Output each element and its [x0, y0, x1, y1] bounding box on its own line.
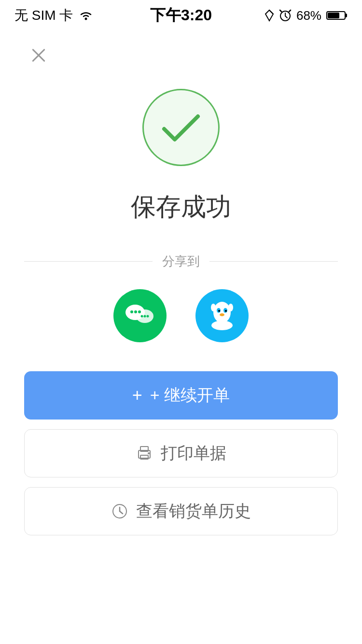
print-icon — [136, 445, 153, 462]
wechat-share-button[interactable] — [113, 289, 167, 342]
svg-point-15 — [213, 302, 231, 323]
svg-point-11 — [138, 310, 141, 313]
history-button[interactable]: 查看销货单历史 — [24, 487, 338, 535]
svg-point-21 — [220, 313, 224, 316]
svg-point-10 — [134, 310, 137, 313]
battery-icon — [326, 10, 348, 21]
share-section: 分享到 — [24, 253, 338, 342]
svg-point-23 — [228, 304, 233, 311]
continue-icon: + — [132, 385, 142, 406]
svg-rect-5 — [345, 14, 347, 17]
button-group: + + 继续开单 打印单据 查看销货单历史 — [24, 371, 338, 535]
history-label: 查看销货单历史 — [136, 500, 251, 522]
success-title: 保存成功 — [131, 190, 231, 224]
svg-point-20 — [225, 310, 227, 312]
status-time: 下午3:20 — [150, 5, 212, 26]
wifi-icon — [79, 10, 93, 21]
wechat-logo — [124, 302, 156, 330]
svg-point-0 — [85, 18, 87, 20]
qq-share-button[interactable] — [195, 289, 249, 342]
share-label: 分享到 — [162, 253, 200, 270]
status-bar: 无 SIM 卡 下午3:20 68% — [0, 0, 362, 31]
battery-text: 68% — [296, 8, 321, 23]
alarm-icon — [279, 9, 292, 22]
continue-button[interactable]: + + 继续开单 — [24, 371, 338, 420]
print-button[interactable]: 打印单据 — [24, 429, 338, 477]
main-content: 保存成功 分享到 — [0, 70, 362, 644]
qq-logo — [207, 299, 237, 333]
success-icon-circle — [142, 89, 220, 166]
svg-line-30 — [120, 511, 123, 514]
location-icon — [265, 9, 274, 22]
status-right: 68% — [265, 8, 348, 23]
svg-point-14 — [147, 315, 149, 318]
continue-label: + 继续开单 — [150, 384, 230, 406]
svg-point-12 — [141, 315, 143, 318]
svg-point-9 — [130, 310, 133, 313]
svg-rect-6 — [328, 13, 339, 18]
status-left: 无 SIM 卡 — [14, 6, 93, 25]
clock-icon — [111, 503, 128, 520]
print-label: 打印单据 — [161, 442, 226, 464]
svg-point-13 — [144, 315, 146, 318]
share-divider: 分享到 — [24, 253, 338, 270]
share-icons — [24, 289, 338, 342]
svg-line-3 — [285, 16, 287, 18]
close-button[interactable] — [24, 41, 53, 70]
svg-point-16 — [211, 321, 233, 330]
svg-point-22 — [211, 304, 216, 311]
checkmark-icon — [159, 111, 203, 144]
svg-point-19 — [218, 310, 220, 312]
sim-text: 无 SIM 卡 — [14, 6, 73, 25]
svg-point-27 — [148, 452, 150, 454]
